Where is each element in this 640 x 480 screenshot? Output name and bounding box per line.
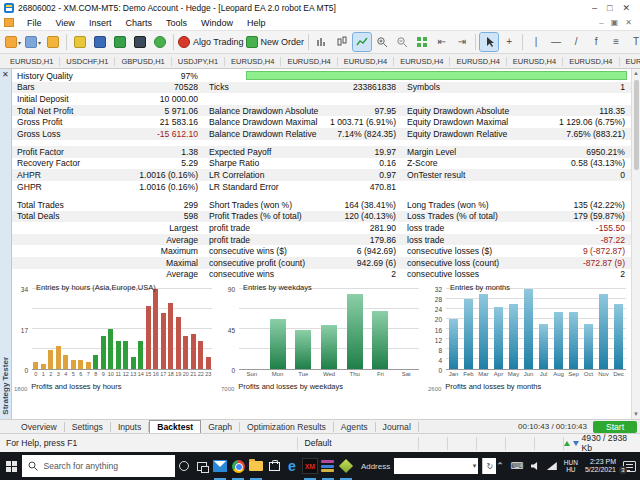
close-button[interactable]: ✕ — [622, 3, 630, 13]
chart-tab-10[interactable]: EURUSD,H4 — [563, 57, 619, 66]
menu-tools[interactable]: Tools — [159, 18, 194, 28]
bar-slot — [145, 289, 153, 369]
winrar-button[interactable] — [319, 452, 337, 480]
tester-tab-overview[interactable]: Overview — [14, 422, 65, 432]
trendline-button[interactable]: / — [567, 33, 585, 51]
scrollbar-thumb[interactable] — [634, 80, 639, 170]
taskbar-search-input[interactable]: Search for anything — [22, 455, 175, 477]
crosshair-button[interactable]: + — [500, 33, 518, 51]
quotes-button[interactable] — [71, 33, 89, 51]
scroll-down-icon[interactable]: ▼ — [633, 410, 639, 419]
chart-tab-4[interactable]: EURUSD,H4 — [225, 57, 281, 66]
menu-help[interactable]: Help — [240, 18, 273, 28]
chart-tab-9[interactable]: EURUSD,H4 — [507, 57, 563, 66]
keyboard-icon[interactable]: ⌨ — [511, 462, 524, 471]
text-tool-button[interactable]: T — [627, 33, 640, 51]
bar-slot — [611, 289, 626, 369]
menu-charts[interactable]: Charts — [118, 18, 159, 28]
navigator-button[interactable] — [131, 33, 149, 51]
new-order-button[interactable]: New Order — [246, 33, 305, 51]
vertical-line-button[interactable]: | — [527, 33, 545, 51]
address-input[interactable]: ▾ — [394, 458, 478, 474]
algo-trading-button[interactable]: Algo Trading — [178, 33, 244, 51]
tile-windows-button[interactable] — [413, 33, 431, 51]
history-center-button[interactable] — [44, 33, 62, 51]
hidden-icons-chevron-icon[interactable]: ⌃ — [496, 462, 504, 471]
chart-tab-bar: EURUSD,H1USDCHF,H1GBPUSD,H1USDJPY,H1EURU… — [0, 54, 640, 69]
tester-close-icon[interactable]: ✕ — [2, 70, 9, 79]
terminal-button[interactable] — [151, 33, 169, 51]
chart-tab-1[interactable]: USDCHF,H1 — [60, 57, 115, 66]
minimize-button[interactable]: – — [592, 3, 597, 13]
candle-chart-mode-button[interactable] — [333, 33, 351, 51]
language-indicator[interactable]: HUN HU — [564, 459, 578, 474]
mdi-restore-button[interactable]: ▣ — [611, 18, 619, 27]
tester-tab-agents[interactable]: Agents — [334, 422, 376, 432]
bar-slot — [551, 289, 566, 369]
data-window-button[interactable] — [111, 33, 129, 51]
menu-file[interactable]: File — [20, 18, 49, 28]
start-button[interactable]: Start — [593, 421, 637, 433]
xm-mt5-button[interactable]: XM — [301, 452, 319, 480]
fibonacci-button[interactable]: f — [587, 33, 605, 51]
clock[interactable]: 2:23 PM 5/22/2021 — [585, 458, 616, 474]
dock-right-button[interactable]: ⇥ — [453, 33, 471, 51]
mail-button[interactable] — [211, 452, 229, 480]
chart-tab-0[interactable]: EURUSD,H1 — [4, 57, 60, 66]
bar-chart-mode-button[interactable] — [313, 33, 331, 51]
chart-tab-6[interactable]: EURUSD,H4 — [338, 57, 394, 66]
new-chart-button[interactable]: ▾ — [4, 33, 22, 51]
report-scrollbar[interactable]: ▲ ▼ — [631, 69, 640, 419]
chart-tab-8[interactable]: EURUSD,H4 — [450, 57, 506, 66]
tester-tab-journal[interactable]: Journal — [376, 422, 419, 432]
chart-tab-2[interactable]: GBPUSD,H1 — [115, 57, 171, 66]
address-go-button[interactable]: ↻ — [482, 458, 496, 474]
chrome-button[interactable] — [229, 452, 247, 480]
bar-slot — [182, 289, 190, 369]
profiles-button[interactable]: ▾ — [24, 33, 42, 51]
dock-left-button[interactable]: ⇤ — [433, 33, 451, 51]
bar-22 — [198, 341, 203, 369]
tester-tab-settings[interactable]: Settings — [65, 422, 111, 432]
menu-insert[interactable]: Insert — [82, 18, 119, 28]
chevron-down-icon[interactable]: ▾ — [473, 462, 477, 470]
store-button[interactable] — [265, 452, 283, 480]
mdi-close-button[interactable]: ✕ — [625, 18, 632, 27]
zoom-out-button[interactable] — [393, 33, 411, 51]
maximize-button[interactable]: □ — [607, 3, 612, 13]
action-center-icon[interactable]: 3 — [623, 461, 636, 472]
menu-view[interactable]: View — [49, 18, 82, 28]
line-chart-mode-button[interactable] — [353, 33, 371, 51]
chart-tab-5[interactable]: EURUSD,H4 — [281, 57, 337, 66]
scroll-up-icon[interactable]: ▲ — [633, 69, 639, 78]
channel-button[interactable]: ≡ — [607, 33, 625, 51]
strategy-tester-panel: ✕ Strategy Tester History Quality97%Bars… — [0, 69, 640, 419]
metaeditor-button[interactable] — [337, 452, 355, 480]
task-view-button[interactable] — [193, 452, 211, 480]
start-menu-button[interactable] — [0, 452, 22, 480]
chart-plot-area — [239, 289, 419, 370]
bar-slot — [160, 289, 168, 369]
network-icon[interactable] — [547, 462, 557, 470]
market-watch-button[interactable] — [91, 33, 109, 51]
zoom-in-button[interactable] — [373, 33, 391, 51]
cortana-button[interactable] — [175, 452, 193, 480]
stat-value: 0 — [514, 170, 631, 180]
bar-Feb — [464, 299, 473, 369]
volume-icon[interactable] — [531, 462, 540, 470]
tester-tab-backtest[interactable]: Backtest — [149, 420, 201, 434]
menu-window[interactable]: Window — [194, 18, 240, 28]
tester-tab-graph[interactable]: Graph — [201, 422, 240, 432]
cursor-button[interactable] — [480, 33, 498, 51]
chart-tab-11[interactable]: EURUSD,H4 — [620, 57, 640, 66]
tester-tab-inputs[interactable]: Inputs — [111, 422, 149, 432]
tester-tab-optimization-results[interactable]: Optimization Results — [240, 422, 334, 432]
bar-slot — [342, 289, 368, 369]
mdi-minimize-button[interactable]: – — [599, 18, 603, 27]
horizontal-line-button[interactable]: — — [547, 33, 565, 51]
chart-tab-7[interactable]: EURUSD,H4 — [394, 57, 450, 66]
chart-tab-3[interactable]: USDJPY,H1 — [172, 57, 225, 66]
edge-button[interactable]: e — [283, 452, 301, 480]
file-explorer-button[interactable] — [247, 452, 265, 480]
status-profile[interactable]: Default — [298, 437, 419, 450]
